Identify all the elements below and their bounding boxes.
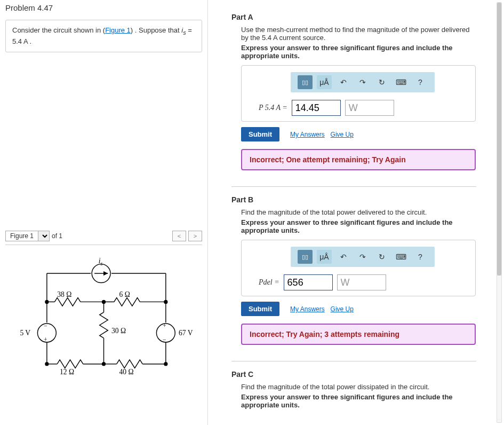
reset-icon[interactable]: ↻: [374, 75, 389, 89]
svg-text:−: −: [163, 336, 166, 343]
text: ) . Suppose that: [131, 26, 181, 34]
r6: 6 Ω: [119, 290, 130, 298]
help-icon[interactable]: ?: [413, 75, 428, 89]
toolbar-a: ▯▯ μÅ ↶ ↷ ↻ ⌨ ?: [291, 72, 435, 92]
v67: 67 V: [179, 329, 193, 337]
figure-link[interactable]: Figure 1: [105, 26, 131, 34]
r38: 38 Ω: [57, 290, 71, 298]
undo-icon[interactable]: ↶: [336, 75, 351, 89]
part-b-bold: Express your answer to three significant…: [241, 218, 476, 234]
give-up-link-a[interactable]: Give Up: [331, 131, 354, 138]
v5: 5 V: [20, 329, 30, 337]
scrollbar-thumb[interactable]: [497, 3, 501, 276]
answer-input-b[interactable]: [284, 274, 333, 290]
svg-text:−: −: [44, 322, 47, 329]
next-figure-button[interactable]: >: [188, 231, 202, 241]
part-a-instruction: Use the mesh-current method to find the …: [241, 26, 476, 42]
figure-select[interactable]: [38, 231, 50, 241]
redo-icon[interactable]: ↷: [355, 75, 370, 89]
my-answers-link-b[interactable]: My Answers: [290, 305, 325, 313]
part-c-instruction: Find the magnitude of the total power di…: [241, 383, 476, 391]
part-a-bold: Express your answer to three significant…: [241, 44, 476, 60]
undo-icon[interactable]: ↶: [336, 250, 351, 264]
help-icon[interactable]: ?: [413, 250, 428, 264]
redo-icon[interactable]: ↷: [355, 250, 370, 264]
figure-tab[interactable]: Figure 1: [5, 231, 38, 241]
toolbar-b: ▯▯ μÅ ↶ ↷ ↻ ⌨ ?: [291, 247, 435, 267]
circuit-figure: is 38 Ω 6 Ω 30 Ω 12 Ω 40 Ω 5 V 67 V − + …: [5, 245, 202, 402]
part-b-instruction: Find the magnitude of the total power de…: [241, 208, 476, 216]
keyboard-icon[interactable]: ⌨: [394, 75, 409, 89]
part-c-bold: Express your answer to three significant…: [241, 393, 476, 409]
reset-icon[interactable]: ↻: [374, 250, 389, 264]
var-label-b: Pdel =: [259, 278, 279, 287]
my-answers-link-a[interactable]: My Answers: [290, 131, 325, 138]
is-label: is: [99, 257, 103, 266]
svg-text:+: +: [163, 322, 166, 329]
part-c-title: Part C: [231, 370, 476, 379]
var-label-a: P 5.4 A =: [259, 104, 287, 112]
part-a-title: Part A: [231, 13, 476, 21]
units-icon[interactable]: μÅ: [317, 75, 332, 89]
text: Consider the circuit shown in (: [12, 26, 105, 34]
unit-input-b[interactable]: [337, 274, 386, 290]
unit-input-a[interactable]: [345, 100, 394, 116]
keyboard-icon[interactable]: ⌨: [394, 250, 409, 264]
answer-input-a[interactable]: [292, 100, 341, 116]
r40: 40 Ω: [119, 368, 134, 376]
part-b-title: Part B: [231, 195, 476, 204]
units-icon[interactable]: μÅ: [317, 250, 332, 264]
submit-button-a[interactable]: Submit: [241, 127, 279, 141]
answer-box-b: ▯▯ μÅ ↶ ↷ ↻ ⌨ ? Pdel =: [241, 240, 476, 296]
problem-statement: Consider the circuit shown in (Figure 1)…: [5, 20, 202, 52]
submit-button-b[interactable]: Submit: [241, 302, 279, 316]
svg-text:+: +: [44, 336, 47, 343]
template-icon[interactable]: ▯▯: [298, 75, 313, 89]
feedback-a: Incorrect; One attempt remaining; Try Ag…: [241, 149, 476, 170]
feedback-b: Incorrect; Try Again; 3 attempts remaini…: [241, 324, 476, 345]
scrollbar-track[interactable]: [497, 2, 502, 423]
r30: 30 Ω: [111, 326, 126, 334]
r12: 12 Ω: [60, 368, 74, 376]
figure-header: Figure 1 of 1 < >: [5, 54, 202, 241]
prev-figure-button[interactable]: <: [172, 231, 186, 241]
give-up-link-b[interactable]: Give Up: [331, 305, 354, 313]
answer-box-a: ▯▯ μÅ ↶ ↷ ↻ ⌨ ? P 5.4 A =: [241, 65, 476, 122]
template-icon[interactable]: ▯▯: [298, 250, 313, 264]
problem-number: Problem 4.47: [0, 0, 207, 15]
figure-count: of 1: [52, 232, 62, 240]
